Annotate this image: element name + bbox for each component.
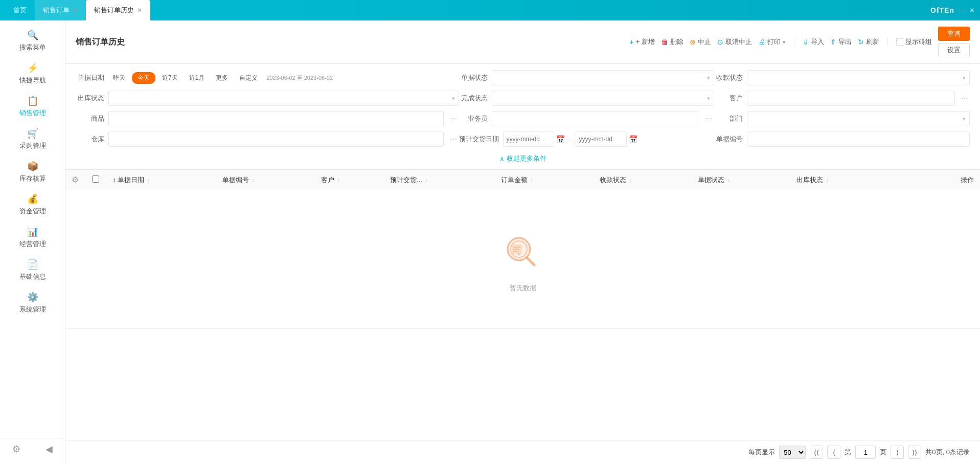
select-all-checkbox[interactable]: [92, 175, 99, 183]
import-button[interactable]: ⇓ 导入: [803, 37, 824, 47]
col-operation: 操作: [889, 170, 980, 190]
quick-nav-icon: ⚡: [27, 62, 38, 74]
department-select[interactable]: [747, 111, 970, 126]
filter-date: 单据日期 昨天 今天 近7天 近1月 更多 自定义 2023-06-02 至 2…: [76, 72, 459, 84]
prev-page-btn[interactable]: ⟨: [827, 446, 840, 459]
sidebar-item-system-mgmt[interactable]: ⚙️ 系统管理: [0, 286, 65, 319]
settings-button[interactable]: 设置: [938, 43, 970, 57]
customer-input[interactable]: [747, 91, 954, 106]
date-tag-today[interactable]: 今天: [132, 72, 155, 84]
receipt-status-select-wrapper: ▾: [747, 70, 970, 85]
sidebar-item-capital-mgmt[interactable]: 💰 资金管理: [0, 188, 65, 221]
export-button[interactable]: ⇑ 导出: [830, 37, 852, 47]
refresh-button[interactable]: ↻ 刷新: [858, 37, 879, 47]
filter-row-1: 单据日期 昨天 今天 近7天 近1月 更多 自定义 2023-06-02 至 2…: [76, 70, 970, 85]
tab-sales-order[interactable]: 销售订单 ✕: [35, 0, 86, 20]
expected-date-from[interactable]: [503, 131, 554, 147]
data-table: ⚙ ↕ 单据日期 ↕ 单据编号 ↕: [65, 170, 980, 329]
col-expected-delivery[interactable]: 预计交货... ↕: [384, 170, 495, 190]
sidebar-label-purchase-mgmt: 采购管理: [19, 141, 46, 150]
cancel-stop-button[interactable]: ⊙ 取消中止: [717, 37, 752, 47]
sidebar-item-inventory[interactable]: 📦 库存核算: [0, 156, 65, 188]
sidebar-item-sales-mgmt[interactable]: 📋 销售管理: [0, 90, 65, 123]
query-button[interactable]: 查询: [938, 27, 970, 41]
stop-button[interactable]: ⊗ 中止: [690, 37, 711, 47]
warehouse-input[interactable]: [108, 131, 444, 147]
complete-status-select[interactable]: [492, 91, 715, 106]
sidebar-item-purchase-mgmt[interactable]: 🛒 采购管理: [0, 123, 65, 156]
basic-info-icon: 📄: [27, 259, 38, 270]
goods-input[interactable]: [108, 111, 444, 126]
inventory-icon: 📦: [27, 161, 38, 172]
sidebar-item-basic-info[interactable]: 📄 基础信息: [0, 254, 65, 286]
col-doc-date[interactable]: ↕ 单据日期 ↕: [106, 170, 216, 190]
new-button[interactable]: + + 新增: [630, 37, 655, 47]
expected-date-to[interactable]: [576, 131, 627, 147]
first-page-btn[interactable]: ⟨⟨: [810, 446, 823, 459]
table-settings-icon[interactable]: ⚙: [72, 175, 79, 184]
print-button[interactable]: 🖨 打印 ▾: [758, 37, 786, 47]
complete-status-select-wrapper: ▾: [492, 91, 715, 106]
col-customer[interactable]: 客户 ↕: [315, 170, 384, 190]
salesperson-label: 业务员: [459, 114, 488, 123]
expected-delivery-sort: ↕: [425, 178, 427, 183]
page-input[interactable]: [855, 446, 876, 459]
export-icon: ⇑: [830, 38, 836, 46]
date-tag-custom[interactable]: 自定义: [235, 72, 262, 84]
salesperson-ellipsis[interactable]: ···: [703, 114, 714, 123]
last-page-btn[interactable]: ⟩⟩: [908, 446, 921, 459]
empty-state: 暂无数据: [72, 195, 974, 323]
window-close[interactable]: ✕: [969, 7, 975, 14]
page-title: 销售订单历史: [76, 37, 125, 48]
calendar-to-icon[interactable]: 📅: [629, 135, 637, 143]
tab-sales-order-history[interactable]: 销售订单历史 ✕: [86, 0, 150, 20]
sales-mgmt-icon: 📋: [27, 95, 38, 106]
doc-status-select[interactable]: [492, 70, 715, 85]
page-header: 销售订单历史 + + 新增 🗑 删除 ⊗ 中止 ⊙ 取消中止: [65, 20, 980, 64]
goods-ellipsis[interactable]: ···: [448, 114, 459, 123]
toolbar-divider-1: [794, 38, 794, 46]
top-bar: 首页 销售订单 ✕ 销售订单历史 ✕ OfTEn — ✕: [0, 0, 980, 20]
tab-close-sales-order[interactable]: ✕: [73, 7, 78, 14]
sidebar-settings-btn[interactable]: ⚙: [12, 444, 20, 455]
col-receipt-status[interactable]: 收款状态 ↕: [594, 170, 692, 190]
date-label: 单据日期: [76, 73, 104, 82]
customer-ellipsis[interactable]: ···: [959, 94, 970, 103]
col-doc-status[interactable]: 单据状态 ↕: [692, 170, 790, 190]
collapse-button[interactable]: ∧ 收起更多条件: [76, 152, 970, 165]
doc-number-sort: ↕: [252, 178, 255, 183]
date-tag-1month[interactable]: 近1月: [185, 72, 210, 84]
search-menu-icon: 🔍: [27, 30, 38, 41]
chevron-up-icon: ∧: [499, 155, 505, 163]
sidebar-collapse-btn[interactable]: ◀: [45, 444, 53, 455]
display-cols-toggle[interactable]: 显示碍组: [896, 37, 932, 47]
tab-close-sales-order-history[interactable]: ✕: [137, 7, 142, 14]
col-warehouse-status[interactable]: 出库状态 ↕: [790, 170, 889, 190]
delete-button[interactable]: 🗑 删除: [661, 37, 683, 47]
receipt-status-select[interactable]: [747, 70, 970, 85]
date-tag-yesterday[interactable]: 昨天: [108, 72, 130, 84]
doc-number-input[interactable]: [747, 131, 970, 147]
calendar-from-icon[interactable]: 📅: [556, 135, 565, 143]
department-label: 部门: [714, 114, 743, 123]
next-page-btn[interactable]: ⟩: [891, 446, 904, 459]
warehouse-status-select[interactable]: [108, 91, 459, 106]
date-tag-more[interactable]: 更多: [211, 72, 233, 84]
warehouse-ellipsis[interactable]: ···: [448, 135, 459, 144]
system-mgmt-icon: ⚙️: [27, 292, 38, 303]
doc-status-sort: ↕: [727, 178, 730, 183]
col-doc-number[interactable]: 单据编号 ↕: [216, 170, 315, 190]
sidebar-item-operation-mgmt[interactable]: 📊 经营管理: [0, 221, 65, 254]
department-select-wrapper: ▾: [747, 111, 970, 126]
per-page-select[interactable]: 50 10 20 100: [779, 446, 806, 459]
col-order-amount[interactable]: 订单金额 ↕: [495, 170, 594, 190]
salesperson-input[interactable]: [492, 111, 699, 126]
sidebar-item-quick-nav[interactable]: ⚡ 快捷导航: [0, 57, 65, 90]
page-suffix: 页: [880, 448, 886, 457]
date-tag-7days[interactable]: 近7天: [157, 72, 183, 84]
window-minimize[interactable]: —: [959, 7, 965, 14]
tab-home[interactable]: 首页: [5, 0, 35, 20]
collapse-label: 收起更多条件: [507, 154, 546, 163]
sidebar-item-search-menu[interactable]: 🔍 搜索菜单: [0, 25, 65, 57]
display-cols-checkbox[interactable]: [896, 38, 903, 46]
